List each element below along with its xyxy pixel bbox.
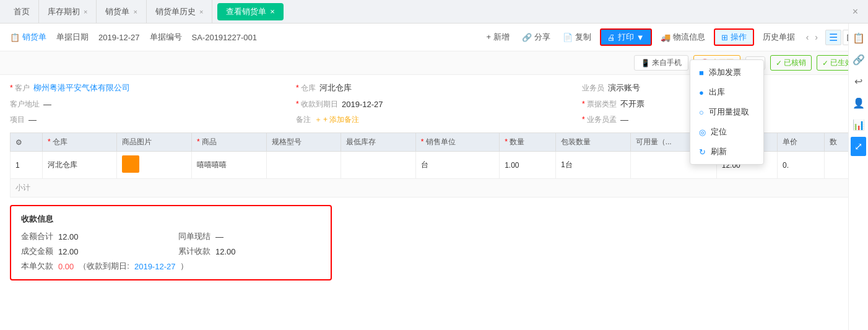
list-view-button[interactable]: ☰	[825, 30, 841, 45]
subtotal-label: 小计	[11, 179, 858, 198]
share-button[interactable]: 🔗 分享	[518, 30, 554, 44]
close-all-button[interactable]: ×	[853, 6, 858, 17]
dropdown-available[interactable]: ○ 可用量提取	[690, 102, 763, 122]
tabs-bar: 首页 库存期初 × 销货单 × 销货单历史 × 查看销货单 × ×	[0, 0, 868, 24]
sidebar-user-icon[interactable]: 👤	[849, 93, 869, 113]
date-label: 单据日期	[56, 32, 89, 43]
next-arrow[interactable]: ›	[812, 31, 820, 43]
from-phone-button[interactable]: 📱 来自手机	[634, 55, 688, 71]
tab-sales-close[interactable]: ×	[133, 8, 137, 15]
dropdown-add-invoice[interactable]: ■ 添加发票	[690, 63, 763, 82]
doc-type-icon: 📋	[10, 33, 20, 42]
tab-home[interactable]: 首页	[5, 0, 39, 24]
tab-view-close[interactable]: ×	[270, 7, 275, 16]
number-value: SA-20191227-001	[192, 33, 258, 42]
sidebar-expand-icon[interactable]: ⤢	[851, 137, 866, 156]
sidebar-clipboard-icon[interactable]: 📋	[849, 28, 869, 48]
logistics-label: 物流信息	[673, 32, 705, 43]
salesman-label: 业务员孟	[582, 115, 617, 125]
owed-value: 0.00	[58, 262, 74, 271]
col-settings[interactable]: ⚙	[11, 133, 43, 152]
operation-grid-icon: ⊞	[721, 33, 728, 42]
payment-date-value: 2019-12-27	[342, 100, 383, 109]
cumulative-item: 累计收款 12.00	[178, 246, 321, 257]
dropdown-refresh[interactable]: ↻ 刷新	[690, 142, 763, 162]
nav-arrows: ‹ ›	[804, 31, 820, 43]
salesman-value: —	[620, 115, 628, 124]
row-warehouse: 河北仓库	[42, 152, 117, 179]
due-prefix: （收款到期日:	[79, 261, 129, 272]
dropdown-outbound[interactable]: ● 出库	[690, 82, 763, 102]
outbound-label: 出库	[709, 87, 725, 98]
customer-label: 客户	[10, 83, 30, 93]
total-amount-label: 金额合计	[21, 231, 53, 242]
sidebar-link-icon[interactable]: 🔗	[849, 50, 869, 69]
customer-row: 客户 柳州粤港平安气体有限公司	[10, 82, 286, 93]
plus-icon: ＋	[315, 115, 322, 125]
history-button[interactable]: 历史单据	[759, 30, 799, 44]
add-invoice-icon: ■	[699, 68, 704, 77]
payment-date-label: 收款到期日	[296, 99, 338, 110]
doc-info: 单据日期 2019-12-27 单据编号 SA-20191227-001	[56, 32, 257, 43]
row-pack-qty: 1台	[556, 152, 631, 179]
history-label: 历史单据	[763, 32, 795, 43]
dropdown-locate[interactable]: ◎ 定位	[690, 122, 763, 142]
notes-row: 备注 ＋ + 添加备注	[296, 115, 572, 125]
employee-value: 演示账号	[608, 82, 640, 93]
check-effect-icon: ✓	[822, 59, 828, 67]
row-unit: 台	[415, 152, 499, 179]
payment-date-row: 收款到期日 2019-12-27	[296, 98, 572, 110]
employee-label: 业务员	[582, 83, 604, 93]
warehouse-row: 仓库 河北仓库	[296, 82, 572, 93]
warehouse-label: 仓库	[296, 83, 316, 93]
col-price: 单价	[778, 133, 825, 152]
share-label: 分享	[534, 32, 550, 43]
col-warehouse: 仓库	[42, 133, 117, 152]
row-quantity: 1.00	[500, 152, 556, 179]
address-row: 客户地址 —	[10, 98, 286, 110]
from-phone-label: 来自手机	[652, 58, 682, 68]
print-dropdown-icon: ▼	[636, 33, 644, 42]
date-value: 2019-12-27	[98, 33, 140, 42]
tab-inventory-close[interactable]: ×	[84, 8, 87, 15]
locate-icon: ◎	[699, 128, 706, 137]
row-image	[117, 152, 192, 179]
customer-value[interactable]: 柳州粤港平安气体有限公司	[33, 82, 130, 93]
document-type: 📋 销货单	[10, 32, 46, 43]
tab-history-close[interactable]: ×	[199, 8, 203, 15]
transaction-label: 成交金额	[21, 246, 53, 257]
add-notes-button[interactable]: ＋ + 添加备注	[315, 115, 359, 125]
total-amount-value: 12.00	[58, 232, 79, 241]
document-actions: + 新增 🔗 分享 📄 复制 🖨 打印 ▼ 🚚 物流信息 ⊞ 操作	[483, 28, 858, 46]
tab-view-sales[interactable]: 查看销货单 ×	[217, 3, 284, 20]
operation-dropdown: ■ 添加发票 ● 出库 ○ 可用量提取 ◎ 定位 ↻ 刷新	[690, 59, 764, 165]
tab-inventory[interactable]: 库存期初 ×	[39, 0, 97, 24]
col-image: 商品图片	[117, 133, 192, 152]
warehouse-value: 河北仓库	[319, 82, 352, 93]
doc-type-label: 销货单	[22, 32, 46, 43]
check-sold-icon: ✓	[776, 59, 782, 67]
operation-label: 操作	[731, 32, 747, 43]
col-min-stock: 最低库存	[341, 133, 416, 152]
owed-item: 本单欠款 0.00 （收款到期日: 2019-12-27 ）	[21, 261, 321, 272]
copy-button[interactable]: 📄 复制	[559, 30, 595, 44]
tab-history[interactable]: 销货单历史 ×	[147, 0, 212, 24]
tab-sales[interactable]: 销货单 ×	[97, 0, 146, 24]
new-button[interactable]: + 新增	[483, 30, 513, 44]
logistics-button[interactable]: 🚚 物流信息	[657, 30, 709, 44]
tab-view-label: 查看销货单	[226, 6, 266, 17]
sidebar-chart-icon[interactable]: 📊	[849, 115, 869, 134]
sidebar-return-icon[interactable]: ↩	[851, 72, 866, 91]
available-icon: ○	[699, 108, 704, 117]
prev-arrow[interactable]: ‹	[804, 31, 812, 43]
available-label: 可用量提取	[709, 106, 749, 118]
transaction-value: 12.00	[58, 247, 79, 256]
share-icon: 🔗	[522, 33, 532, 42]
notes-label: 备注	[296, 115, 311, 125]
sold-status-button[interactable]: ✓ 已核销	[770, 55, 812, 71]
operation-button[interactable]: ⊞ 操作	[714, 28, 754, 46]
print-button[interactable]: 🖨 打印 ▼	[600, 28, 652, 46]
new-label: + 新增	[487, 32, 510, 43]
address-label: 客户地址	[10, 99, 40, 110]
tab-inventory-label: 库存期初	[48, 6, 80, 17]
